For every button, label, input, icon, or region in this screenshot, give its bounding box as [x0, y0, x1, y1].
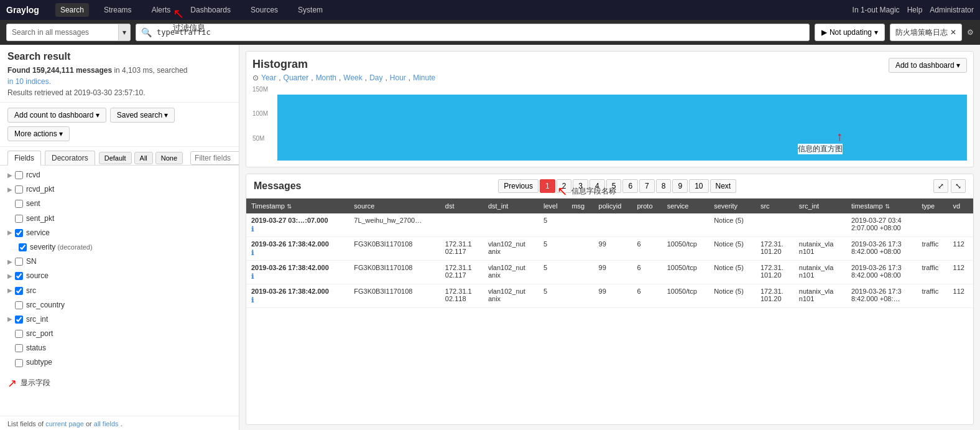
info-icon-1[interactable]: ℹ: [251, 249, 344, 257]
prev-page-btn[interactable]: Previous: [498, 179, 539, 193]
cell-source-2: FG3K0B3I1170108: [349, 261, 440, 284]
field-checkbox-src[interactable]: [15, 287, 23, 295]
col-timestamp2: timestamp ⇅: [846, 199, 917, 213]
field-checkbox-severity[interactable]: [19, 243, 27, 251]
time-month[interactable]: Month: [316, 73, 336, 82]
field-label-src: src: [26, 285, 36, 297]
field-checkbox-service[interactable]: [15, 229, 23, 237]
indices-link[interactable]: in 10 indices.: [7, 77, 51, 86]
cell-proto-0: [632, 213, 662, 237]
cell-msg-3: [566, 284, 593, 308]
search-query-bar[interactable]: 🔍 type=traffic: [136, 24, 810, 41]
nav-help[interactable]: Help: [907, 6, 923, 14]
field-checkbox-src-country[interactable]: [15, 301, 23, 309]
tab-fields[interactable]: Fields: [7, 151, 41, 166]
time-year[interactable]: Year: [261, 73, 276, 82]
type-none-btn[interactable]: None: [155, 152, 183, 164]
right-panel: Histogram ⊙ Year , Quarter , Month , Wee…: [239, 45, 980, 430]
cell-timestamp-0: 2019-03-27 03:…:07.000 ℹ: [246, 213, 349, 237]
cell-vd-3: 112: [948, 284, 973, 308]
cell-vd-2: 112: [948, 261, 973, 284]
type-default-btn[interactable]: Default: [99, 152, 132, 164]
next-page-btn[interactable]: Next: [710, 179, 737, 193]
page-6-btn[interactable]: 6: [622, 179, 638, 193]
expand-btn-1[interactable]: ⤢: [933, 179, 948, 193]
settings-icon[interactable]: ⚙: [967, 28, 974, 37]
info-icon-0[interactable]: ℹ: [251, 225, 344, 233]
field-checkbox-subtype[interactable]: [15, 359, 23, 367]
nav-dashboards[interactable]: Dashboards: [185, 3, 236, 17]
page-8-btn[interactable]: 8: [656, 179, 672, 193]
page-1-btn[interactable]: 1: [540, 179, 555, 193]
cell-dst-int-2: vlan102_nutanix: [483, 261, 539, 284]
current-page-link[interactable]: current page: [45, 420, 84, 428]
histogram-chart-container: 150M 100M 50M ↑ 信息的直方图: [252, 86, 967, 161]
search-type-dropdown[interactable]: ▾: [118, 24, 130, 40]
found-in-text: in 4,103 ms, searched: [114, 66, 187, 75]
cell-level-2: 5: [539, 261, 566, 284]
not-updating-btn[interactable]: ▶ Not updating ▾: [815, 24, 885, 41]
field-label-source: source: [26, 270, 49, 282]
field-item-sn: ▶ SN: [7, 255, 231, 269]
expand-btn-2[interactable]: ⤡: [951, 179, 966, 193]
cell-dst-2: 172.31.102.117: [440, 261, 483, 284]
cell-severity-0: Notice (5): [709, 213, 756, 237]
main-layout: Search result Found 159,244,111 messages…: [0, 45, 980, 430]
cell-policyid-3: 99: [594, 284, 632, 308]
info-icon-2[interactable]: ℹ: [251, 273, 344, 281]
field-checkbox-rcvd[interactable]: [15, 171, 23, 179]
field-label-sent: sent: [26, 198, 40, 210]
page-7-btn[interactable]: 7: [639, 179, 655, 193]
nav-sources[interactable]: Sources: [246, 3, 283, 17]
all-fields-link[interactable]: all fields: [94, 420, 119, 428]
saved-search-btn[interactable]: Saved search ▾: [110, 108, 175, 123]
field-checkbox-sent[interactable]: [15, 200, 23, 208]
field-checkbox-rcvd-pkt[interactable]: [15, 185, 23, 194]
field-label-severity: severity: [30, 241, 55, 253]
page-5-btn[interactable]: 5: [606, 179, 622, 193]
not-updating-label: Not updating: [830, 28, 872, 37]
nav-search[interactable]: Search: [55, 3, 89, 17]
more-actions-btn[interactable]: More actions ▾: [7, 126, 70, 141]
arrow-icon: ▶: [7, 257, 12, 267]
info-icon-3[interactable]: ℹ: [251, 296, 344, 304]
page-10-btn[interactable]: 10: [689, 179, 708, 193]
search-query-icon: 🔍: [141, 27, 152, 37]
page-9-btn[interactable]: 9: [672, 179, 688, 193]
field-item-sent: ▶ sent: [7, 197, 231, 211]
field-checkbox-sent-pkt[interactable]: [15, 215, 23, 223]
table-row: 2019-03-26 17:38:42.000 ℹ FG3K0B3I117010…: [246, 284, 973, 308]
tab-decorators[interactable]: Decorators: [45, 151, 95, 165]
page-4-btn[interactable]: 4: [589, 179, 605, 193]
fields-filter-input[interactable]: [190, 151, 239, 165]
nav-alerts[interactable]: Alerts: [147, 3, 176, 17]
time-day[interactable]: Day: [369, 73, 382, 82]
page-2-btn[interactable]: 2: [557, 179, 572, 193]
sep: ,: [279, 73, 280, 82]
type-all-btn[interactable]: All: [134, 152, 153, 164]
field-checkbox-src-int[interactable]: [15, 315, 23, 324]
nav-admin[interactable]: Administrator: [930, 6, 974, 14]
messages-data-table: Timestamp ⇅ source dst dst_int level msg…: [246, 199, 973, 308]
field-checkbox-src-port[interactable]: [15, 330, 23, 338]
time-minute[interactable]: Minute: [413, 73, 435, 82]
stream-close[interactable]: ✕: [950, 28, 956, 37]
stream-selector[interactable]: 防火墙策略日志 ✕: [890, 24, 962, 41]
field-checkbox-source[interactable]: [15, 272, 23, 280]
time-quarter[interactable]: Quarter: [284, 73, 309, 82]
add-count-dashboard-btn[interactable]: Add count to dashboard ▾: [7, 108, 106, 123]
time-week[interactable]: Week: [343, 73, 362, 82]
col-service: service: [662, 199, 710, 213]
page-3-btn[interactable]: 3: [573, 179, 588, 193]
fields-footer-end: .: [121, 420, 122, 428]
field-label-sent-pkt: sent_pkt: [26, 213, 54, 225]
cell-src-int-1: nutanix_vlan101: [794, 237, 846, 261]
field-checkbox-sn[interactable]: [15, 258, 23, 266]
field-checkbox-status[interactable]: [15, 344, 23, 352]
cell-src-1: 172.31.101.20: [756, 237, 794, 261]
add-to-dashboard-btn[interactable]: Add to dashboard ▾: [889, 58, 967, 73]
nav-system[interactable]: System: [293, 3, 328, 17]
time-hour[interactable]: Hour: [390, 73, 406, 82]
search-type-wrapper[interactable]: Search in all messages ▾: [6, 24, 131, 41]
nav-streams[interactable]: Streams: [99, 3, 137, 17]
